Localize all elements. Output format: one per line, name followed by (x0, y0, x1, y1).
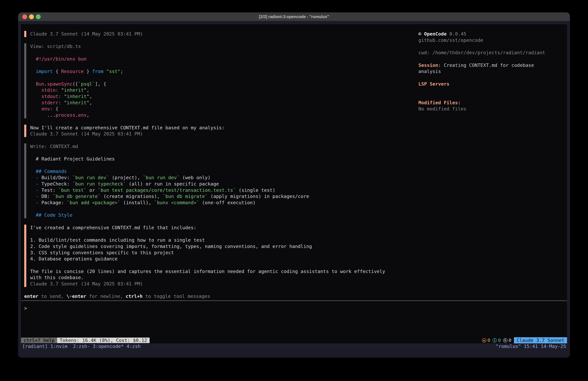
block-lines: Now I'll create a comprehensive CONTEXT.… (30, 125, 225, 137)
text-line: 1. Build/lint/test commands including ho… (30, 237, 385, 243)
hint-count: 0 (509, 337, 511, 344)
block-accent-bar (24, 125, 26, 137)
tokens-cost-chip: Tokens: 16.4K (8%), Cost: $0.12 (57, 337, 149, 343)
prompt-icon: > (24, 305, 27, 311)
message-block: Now I'll create a comprehensive CONTEXT.… (24, 125, 419, 137)
text-line: # Radiant Project Guidelines (30, 156, 309, 162)
block-accent-bar (24, 31, 26, 37)
text-line: stderr: "inherit", (30, 100, 123, 106)
text-line: 4. Database operations guidance (30, 256, 385, 262)
tool-block: View: script/db.ts #!/usr/bin/env bun im… (24, 43, 419, 118)
text-line: 2. Code style guidelines covering import… (30, 243, 385, 249)
text-line: No modified files (419, 106, 567, 112)
hint-diagnostic: h0 (503, 337, 511, 344)
text-line: - Test: `bun test` or `bun test packages… (30, 187, 309, 193)
text-line: Bun.spawnSync([`psql`], { (30, 81, 123, 87)
text-line (30, 62, 123, 68)
minimize-button[interactable] (29, 14, 34, 19)
message-input[interactable]: > (21, 301, 567, 337)
sidebar-lines: © OpenCode 0.0.45github.com/sst/opencode… (419, 24, 567, 293)
hint-line: enter to send, \+enter for newline, ctrl… (21, 293, 567, 299)
text-line (30, 49, 123, 56)
tmux-session-windows[interactable]: [radiant] 1:nvim 2:zsh- 3:opencode* 4:zs… (22, 344, 141, 349)
block-accent-bar (24, 43, 26, 118)
text-line: View: script/db.ts (30, 43, 123, 49)
text-line: github.com/sst/opencode (419, 37, 567, 44)
block-accent-bar (24, 143, 26, 218)
text-line (419, 56, 567, 62)
conversation: Claude 3.7 Sonnet (14 May 2025 03:41 PM)… (21, 24, 419, 293)
traffic-lights (22, 12, 41, 21)
info-icon: i (492, 338, 497, 343)
diagnostics: w0i0h0 (482, 337, 511, 344)
window-title: [2/3] radiant:3:opencode - "romulus" (259, 14, 329, 19)
model-badge: Claude 3.7 Sonnet (514, 337, 567, 344)
warning-diagnostic: w0 (482, 337, 490, 344)
text-line (30, 206, 309, 212)
text-line: with this codebase. (30, 274, 385, 281)
title-bar[interactable]: [2/3] radiant:3:opencode - "romulus" (18, 12, 570, 21)
text-line: © OpenCode 0.0.45 (419, 31, 567, 37)
text-line: Claude 3.7 Sonnet (14 May 2025 03:41 PM) (30, 31, 143, 37)
text-line: Claude 3.7 Sonnet (14 May 2025 03:41 PM) (30, 131, 225, 137)
text-line: #!/usr/bin/env bun (30, 56, 123, 62)
hint-icon: h (503, 338, 507, 343)
text-line: ## Commands (30, 168, 309, 175)
info-count: 0 (498, 337, 501, 344)
text-line: - Build/Dev: `bun run dev` (project), `b… (30, 175, 309, 181)
status-bar-right: w0i0h0 Claude 3.7 Sonnet (482, 337, 567, 343)
warning-icon: w (482, 338, 486, 343)
text-line: Claude 3.7 Sonnet (14 May 2025 03:41 PM) (30, 281, 385, 287)
text-line: Now I'll create a comprehensive CONTEXT.… (30, 125, 225, 131)
terminal-window: [2/3] radiant:3:opencode - "romulus" Cla… (18, 12, 570, 358)
text-line: Write: CONTEXT.md (30, 143, 309, 150)
text-line (419, 93, 567, 100)
status-bar: ctrl+? help Tokens: 16.4K (8%), Cost: $0… (21, 337, 567, 343)
text-line: import { Resource } from "sst"; (30, 68, 123, 75)
text-line: Modified Files: (419, 100, 567, 106)
text-line: ...process.env, (30, 112, 123, 118)
text-line: stdin: "inherit", (30, 87, 123, 93)
warning-count: 0 (487, 337, 490, 344)
text-line: - Package: `bun add <package>` (install)… (30, 200, 309, 206)
desktop: { "window": { "title": "[2/3] radiant:3:… (0, 0, 588, 381)
text-line (30, 150, 309, 156)
tmux-host-clock: "romulus" 15:41 14-May-25 (496, 344, 566, 349)
text-line: - TypeCheck: `bun run typecheck` (all) o… (30, 181, 309, 187)
terminal-content: Claude 3.7 Sonnet (14 May 2025 03:41 PM)… (18, 21, 570, 358)
text-line (419, 43, 567, 49)
tmux-status-bar: [radiant] 1:nvim 2:zsh- 3:opencode* 4:zs… (18, 343, 570, 349)
block-lines: Claude 3.7 Sonnet (14 May 2025 03:41 PM) (30, 31, 143, 37)
block-accent-bar (24, 224, 26, 287)
text-line: cwd: /home/thdxr/dev/projects/radiant/ra… (419, 49, 567, 56)
text-line (419, 87, 567, 93)
text-line: Session: Creating CONTEXT.md for codebas… (419, 62, 567, 68)
info-diagnostic: i0 (492, 337, 501, 344)
text-line: - DB: `bun db generate` (create migratio… (30, 193, 309, 200)
text-line: env: { (30, 106, 123, 112)
text-line: I've created a comprehensive CONTEXT.md … (30, 224, 385, 231)
text-line: ## Code Style (30, 212, 309, 218)
text-line: LSP Servers (419, 81, 567, 87)
block-lines: Write: CONTEXT.md # Radiant Project Guid… (30, 143, 309, 218)
block-lines: View: script/db.ts #!/usr/bin/env bun im… (30, 43, 123, 118)
block-lines: I've created a comprehensive CONTEXT.md … (30, 224, 385, 287)
text-line: 3. CSS styling conventions specific to t… (30, 249, 385, 256)
close-button[interactable] (22, 14, 27, 19)
text-line: stdout: "inherit", (30, 93, 123, 100)
text-line (419, 75, 567, 81)
text-line: The file is concise (20 lines) and captu… (30, 268, 385, 275)
text-line (30, 162, 309, 168)
zoom-button[interactable] (36, 14, 41, 19)
opencode-tui: Claude 3.7 Sonnet (14 May 2025 03:41 PM)… (21, 24, 567, 343)
text-line: analysis (419, 68, 567, 75)
text-line (30, 262, 385, 268)
message-block: Claude 3.7 Sonnet (14 May 2025 03:41 PM) (24, 31, 419, 37)
message-block: I've created a comprehensive CONTEXT.md … (24, 224, 419, 287)
help-keybind-chip: ctrl+? help (21, 337, 57, 343)
text-line (30, 231, 385, 237)
text-line (30, 75, 123, 81)
tool-block: Write: CONTEXT.md # Radiant Project Guid… (24, 143, 419, 218)
tui-columns: Claude 3.7 Sonnet (14 May 2025 03:41 PM)… (21, 24, 567, 293)
